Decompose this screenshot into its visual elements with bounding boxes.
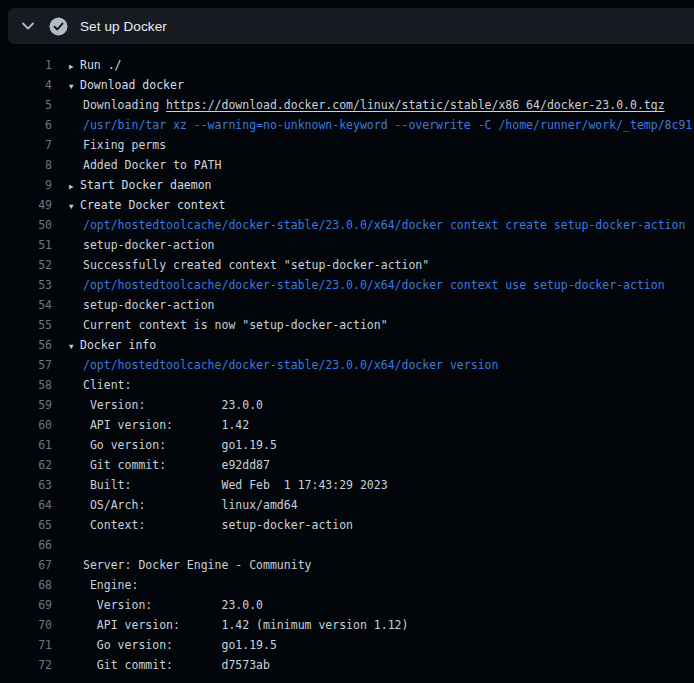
line-number[interactable]: 50 [0, 215, 52, 235]
group-title: Docker info [80, 338, 156, 352]
step-header[interactable]: Set up Docker [8, 8, 694, 44]
log-text: Engine: [69, 575, 138, 595]
log-line: 57/opt/hostedtoolcache/docker-stable/23.… [0, 355, 694, 375]
log-line: 52Successfully created context "setup-do… [0, 255, 694, 275]
log-link[interactable]: https://download.docker.com/linux/static… [166, 98, 665, 112]
log-line: 50/opt/hostedtoolcache/docker-stable/23.… [0, 215, 694, 235]
log-command: /usr/bin/tar xz --warning=no-unknown-key… [69, 115, 692, 135]
log-text: API version: 1.42 [69, 415, 249, 435]
log-line: 72 Git commit: d7573ab [0, 655, 694, 675]
group-title: Download docker [80, 78, 184, 92]
line-number[interactable]: 1 [0, 55, 52, 75]
log-group-row[interactable]: ▶Run ./ [69, 55, 122, 75]
log-text: Downloading [83, 98, 166, 112]
triangle-down-icon[interactable]: ▼ [69, 77, 80, 95]
log-line: 8Added Docker to PATH [0, 155, 694, 175]
log-text: setup-docker-action [69, 295, 215, 315]
log-group-row[interactable]: ▶Start Docker daemon [69, 175, 212, 195]
log-text: Version: 23.0.0 [69, 395, 263, 415]
log-text: Built: Wed Feb 1 17:43:29 2023 [69, 475, 388, 495]
log-line: 67Server: Docker Engine - Community [0, 555, 694, 575]
line-number[interactable]: 8 [0, 155, 52, 175]
log-line: 70 API version: 1.42 (minimum version 1.… [0, 615, 694, 635]
line-number[interactable]: 55 [0, 315, 52, 335]
log-text: Added Docker to PATH [69, 155, 221, 175]
log-line: 61 Go version: go1.19.5 [0, 435, 694, 455]
log-line: 66 [0, 535, 694, 555]
line-number[interactable]: 5 [0, 95, 52, 115]
line-number[interactable]: 56 [0, 335, 52, 355]
log-text: Server: Docker Engine - Community [69, 555, 311, 575]
line-number[interactable]: 4 [0, 75, 52, 95]
line-number[interactable]: 64 [0, 495, 52, 515]
line-number[interactable]: 54 [0, 295, 52, 315]
group-title: Run ./ [80, 58, 122, 72]
line-number[interactable]: 49 [0, 195, 52, 215]
log-line: 62 Git commit: e92dd87 [0, 455, 694, 475]
line-number[interactable]: 53 [0, 275, 52, 295]
log-text: Go version: go1.19.5 [69, 635, 277, 655]
line-number[interactable]: 72 [0, 655, 52, 675]
log-line: 63 Built: Wed Feb 1 17:43:29 2023 [0, 475, 694, 495]
log-group-row[interactable]: ▼Create Docker context [69, 195, 225, 215]
line-number[interactable]: 67 [0, 555, 52, 575]
log-text: API version: 1.42 (minimum version 1.12) [69, 615, 408, 635]
line-number[interactable]: 7 [0, 135, 52, 155]
group-title: Create Docker context [80, 198, 225, 212]
log-line: 1▶Run ./ [0, 55, 694, 75]
step-title: Set up Docker [80, 19, 167, 34]
log-line: 4▼Download docker [0, 75, 694, 95]
log-text: Context: setup-docker-action [69, 515, 353, 535]
log-text: setup-docker-action [69, 235, 215, 255]
chevron-down-icon[interactable] [21, 22, 35, 30]
log-text: Client: [69, 375, 131, 395]
line-number[interactable]: 61 [0, 435, 52, 455]
log-line: 65 Context: setup-docker-action [0, 515, 694, 535]
log-command: /opt/hostedtoolcache/docker-stable/23.0.… [69, 215, 685, 235]
log-text: Git commit: d7573ab [69, 655, 270, 675]
check-circle-icon [49, 17, 68, 36]
log-text: Version: 23.0.0 [69, 595, 263, 615]
line-number[interactable]: 9 [0, 175, 52, 195]
log-line: 9▶Start Docker daemon [0, 175, 694, 195]
log-text: Go version: go1.19.5 [69, 435, 277, 455]
line-number[interactable]: 59 [0, 395, 52, 415]
line-number[interactable]: 70 [0, 615, 52, 635]
line-number[interactable]: 51 [0, 235, 52, 255]
log-text: Current context is now "setup-docker-act… [69, 315, 388, 335]
line-number[interactable]: 66 [0, 535, 52, 555]
log-line: 6/usr/bin/tar xz --warning=no-unknown-ke… [0, 115, 694, 135]
line-number[interactable]: 57 [0, 355, 52, 375]
line-number[interactable]: 68 [0, 575, 52, 595]
line-number[interactable]: 60 [0, 415, 52, 435]
line-number[interactable]: 52 [0, 255, 52, 275]
log-text: Successfully created context "setup-dock… [69, 255, 429, 275]
log-group-row[interactable]: ▼Download docker [69, 75, 184, 95]
log-line: 55Current context is now "setup-docker-a… [0, 315, 694, 335]
log-line: 58Client: [0, 375, 694, 395]
log-command: /opt/hostedtoolcache/docker-stable/23.0.… [69, 355, 498, 375]
triangle-right-icon[interactable]: ▶ [69, 177, 80, 195]
line-number[interactable]: 63 [0, 475, 52, 495]
line-number[interactable]: 6 [0, 115, 52, 135]
log-lines: 1▶Run ./4▼Download docker5Downloading ht… [0, 44, 694, 675]
log-command: /opt/hostedtoolcache/docker-stable/23.0.… [69, 275, 665, 295]
log-line: 5Downloading https://download.docker.com… [0, 95, 694, 115]
line-number[interactable]: 62 [0, 455, 52, 475]
log-text: OS/Arch: linux/amd64 [69, 495, 298, 515]
line-number[interactable]: 71 [0, 635, 52, 655]
triangle-down-icon[interactable]: ▼ [69, 337, 80, 355]
line-number[interactable]: 69 [0, 595, 52, 615]
log-text: Fixing perms [69, 135, 166, 155]
log-text: Git commit: e92dd87 [69, 455, 270, 475]
triangle-down-icon[interactable]: ▼ [69, 197, 80, 215]
log-line: 69 Version: 23.0.0 [0, 595, 694, 615]
log-line: 53/opt/hostedtoolcache/docker-stable/23.… [0, 275, 694, 295]
log-group-row[interactable]: ▼Docker info [69, 335, 156, 355]
triangle-right-icon[interactable]: ▶ [69, 57, 80, 75]
log-line: 60 API version: 1.42 [0, 415, 694, 435]
log-line: 68 Engine: [0, 575, 694, 595]
line-number[interactable]: 58 [0, 375, 52, 395]
line-number[interactable]: 65 [0, 515, 52, 535]
group-title: Start Docker daemon [80, 178, 212, 192]
